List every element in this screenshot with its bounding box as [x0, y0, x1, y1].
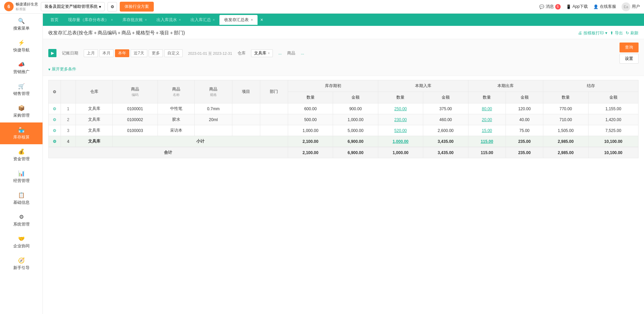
- row-project-2: [232, 125, 260, 136]
- main-table: ⚙ 仓库 商品编码 商品名称 商品规格 项目 部门 库存期初 本期入库 本期出: [48, 80, 639, 158]
- row-in-amt-0: 375.00: [423, 103, 468, 114]
- product-more-dots[interactable]: ...: [301, 51, 304, 55]
- col-header-product-code: 商品编码: [113, 80, 158, 103]
- col-group-in: 本期入库: [378, 80, 468, 92]
- export-button[interactable]: ⬆ 导出: [610, 30, 623, 36]
- expand-icon: ▾: [48, 67, 50, 72]
- warehouse-tag-close[interactable]: ×: [268, 51, 270, 55]
- user-item[interactable]: Ea 用户: [622, 2, 640, 11]
- subtotal-settings[interactable]: ⚙: [49, 136, 61, 147]
- sidebar-item-enterprise[interactable]: 🤝 企业协同: [0, 231, 43, 253]
- guide-icon: 🧭: [18, 257, 25, 264]
- tab-close-all[interactable]: ×: [260, 17, 263, 22]
- tab-batch-ledger-label: 库存批次账: [122, 17, 143, 23]
- row-warehouse-2: 文具库: [76, 125, 113, 136]
- query-button[interactable]: 查询: [620, 43, 639, 52]
- subtotal-out-amt: 235.00: [506, 136, 543, 147]
- subtotal-opening-qty: 2,100.00: [288, 136, 333, 147]
- system-dropdown[interactable]: 装备及固定资产辅助管理系统 ▾: [41, 2, 105, 11]
- subtotal-out-qty[interactable]: 115.00: [468, 136, 506, 147]
- col-balance-qty: 数量: [543, 92, 588, 103]
- col-in-amt: 金额: [423, 92, 468, 103]
- experience-button[interactable]: 体验行业方案: [120, 2, 154, 12]
- settings-button[interactable]: ⚙: [108, 2, 117, 12]
- sidebar-item-operation[interactable]: 📊 经营管理: [0, 166, 43, 188]
- date-btn-7days[interactable]: 近7天: [131, 49, 147, 57]
- tab-close-inventory-distribution[interactable]: ×: [111, 18, 113, 22]
- sidebar-label-purchase: 采购管理: [13, 113, 30, 118]
- tab-receive-send[interactable]: 收发存汇总表 ×: [219, 15, 258, 25]
- col-group-opening: 库存期初: [288, 80, 378, 92]
- online-service-item[interactable]: 👤 在线客服: [593, 4, 616, 10]
- row-opening-qty-2: 1,000.00: [288, 125, 333, 136]
- row-balance-qty-1: 710.00: [543, 114, 588, 125]
- subtotal-in-amt: 3,435.00: [423, 136, 468, 147]
- row-out-qty-0[interactable]: 80.00: [468, 103, 506, 114]
- row-in-qty-2[interactable]: 520.00: [378, 125, 423, 136]
- subtotal-in-qty[interactable]: 1,000.00: [378, 136, 423, 147]
- sidebar-item-basic[interactable]: 📋 基础信息: [0, 188, 43, 210]
- row-out-qty-1[interactable]: 20.00: [468, 114, 506, 125]
- tab-close-flow[interactable]: ×: [179, 18, 181, 22]
- date-btn-custom[interactable]: 自定义: [164, 49, 183, 57]
- row-out-amt-2: 75.00: [506, 125, 543, 136]
- date-btn-more[interactable]: 更多: [149, 49, 163, 57]
- date-range-display: 2023-01-01 至 2023-12-31: [188, 51, 232, 56]
- date-btn-last-month[interactable]: 上月: [84, 49, 98, 57]
- row-balance-qty-0: 770.00: [543, 103, 588, 114]
- warehouse-more-dots[interactable]: ...: [278, 51, 282, 55]
- sidebar-item-system[interactable]: ⚙ 系统管理: [0, 210, 43, 231]
- print-label: 按模板打印: [583, 30, 604, 36]
- row-out-qty-2[interactable]: 15.00: [468, 125, 506, 136]
- sidebar-item-inventory[interactable]: 🏪 库存核算: [0, 122, 43, 144]
- filter-expand-button[interactable]: ▶: [48, 49, 56, 57]
- col-header-product-name: 商品名称: [158, 80, 195, 103]
- sidebar-item-search[interactable]: 🔍 搜索菜单: [0, 14, 43, 35]
- date-group: 上月 本月 本年 近7天 更多 自定义: [84, 49, 183, 57]
- tab-close-batch-ledger[interactable]: ×: [145, 18, 147, 22]
- date-btn-this-year[interactable]: 本年: [115, 49, 129, 57]
- export-icon: ⬆: [610, 31, 613, 35]
- sidebar-item-guide[interactable]: 🧭 新手引导: [0, 253, 43, 275]
- col-in-qty: 数量: [378, 92, 423, 103]
- logo-text-area: 畅捷通好生意 标准版: [16, 2, 38, 11]
- tab-flow[interactable]: 出入库流水 ×: [152, 15, 186, 25]
- sidebar-item-quick[interactable]: ⚡ 快捷导航: [0, 35, 43, 57]
- row-product-name-2: 采访本: [158, 125, 195, 136]
- row-settings-2[interactable]: ⚙: [49, 125, 61, 136]
- row-in-qty-1[interactable]: 230.00: [378, 114, 423, 125]
- tab-batch-ledger[interactable]: 库存批次账 ×: [118, 15, 152, 25]
- row-department-0: [260, 103, 288, 114]
- sidebar-item-sales[interactable]: 🛒 销售管理: [0, 79, 43, 101]
- expand-label: 展开更多条件: [52, 66, 76, 72]
- tab-home[interactable]: 首页: [46, 15, 63, 25]
- sidebar-item-finance[interactable]: 💰 资金管理: [0, 144, 43, 166]
- expand-conditions[interactable]: ▾ 展开更多条件: [48, 66, 639, 72]
- top-bar-right: 💬 消息 6 📱 App下载 👤 在线客服 Ea 用户: [539, 2, 640, 11]
- service-icon: 👤: [593, 4, 598, 9]
- row-num-1: 2: [61, 114, 76, 125]
- marketing-icon: 📣: [18, 61, 25, 68]
- sidebar-label-finance: 资金管理: [13, 156, 30, 162]
- sidebar-label-marketing: 营销推广: [13, 69, 30, 75]
- row-settings-1[interactable]: ⚙: [49, 114, 61, 125]
- tab-close-receive-send[interactable]: ×: [251, 18, 253, 22]
- row-in-qty-0[interactable]: 250.00: [378, 103, 423, 114]
- sidebar-item-purchase[interactable]: 📦 采购管理: [0, 101, 43, 122]
- logo-sub: 标准版: [16, 7, 38, 12]
- app-download-item[interactable]: 📱 App下载: [566, 4, 588, 10]
- tab-summary[interactable]: 出入库汇总 ×: [186, 15, 220, 25]
- settings-small-button[interactable]: 设置: [620, 54, 639, 64]
- date-btn-this-month[interactable]: 本月: [99, 49, 114, 57]
- row-project-0: [232, 103, 260, 114]
- row-product-spec-1: 20ml: [195, 114, 232, 125]
- system-name: 装备及固定资产辅助管理系统: [45, 4, 98, 10]
- refresh-button[interactable]: ↻ 刷新: [626, 30, 639, 36]
- total-in-amt: 3,435.00: [423, 147, 468, 158]
- message-item[interactable]: 💬 消息 6: [539, 4, 561, 10]
- row-settings-0[interactable]: ⚙: [49, 103, 61, 114]
- print-button[interactable]: 🖨 按模板打印 ▾: [578, 30, 607, 36]
- tab-inventory-distribution[interactable]: 现存量（库存分布表） ×: [63, 15, 118, 25]
- sidebar-item-marketing[interactable]: 📣 营销推广: [0, 57, 43, 79]
- tab-close-summary[interactable]: ×: [213, 18, 215, 22]
